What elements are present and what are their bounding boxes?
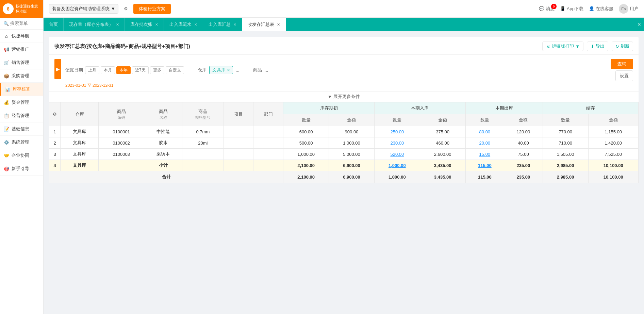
query-button[interactable]: 查询 [611,59,633,69]
sidebar-item-marketing[interactable]: 📢 营销推广 [0,43,43,56]
table-row: 4文具库小计2,100.006,900.001,000.003,435.0011… [49,160,639,171]
col-goods-spec: 商品规格型号 [182,102,224,126]
main-card: 收发存汇总表(按仓库+商品编码+商品+规格型号+项目+部门) 🖨 拆镶版打印 ▼… [49,37,639,183]
app-download-btn[interactable]: 📱 App下载 [560,6,583,12]
tab-close-inventory-dist[interactable]: ✕ [116,22,119,27]
sidebar-item-quick-nav[interactable]: ⌂ 快捷导航 [0,30,43,43]
filter-toggle-btn[interactable]: ▶ [54,59,61,79]
row-out-qty[interactable]: 115.00 [465,160,504,171]
row-goods-spec: 0.7mm [182,126,224,137]
row-close-amt: 1,420.00 [588,137,638,149]
gear-icon[interactable]: ⚙ [122,5,129,13]
row-in-qty[interactable]: 1,000.00 [374,160,420,171]
date-btn-more[interactable]: 更多 [150,66,164,74]
export-btn[interactable]: ⬇ 导出 [587,42,608,51]
row-goods-spec: 20ml [182,137,224,149]
row-out-amt: 120.00 [504,126,543,137]
date-btn-custom[interactable]: 自定义 [166,66,184,74]
phone-icon: 📱 [560,6,565,11]
footer-close-amt: 10,100.00 [588,171,638,183]
row-in-qty[interactable]: 230.00 [374,137,420,149]
row-close-qty: 2,985.00 [543,160,588,171]
footer-out-amt: 235.00 [504,171,543,183]
tab-bar: 首页 现存量（库存分布表） ✕ 库存批次账 ✕ 出入库流水 ✕ 出入库汇总 ✕ … [44,18,644,31]
footer-close-qty: 2,985.00 [543,171,588,183]
row-warehouse: 文具库 [61,137,99,149]
tab-close-inout-summary[interactable]: ✕ [233,22,236,27]
sidebar-item-system[interactable]: ⚙️ 系统管理 [0,136,43,149]
user-menu[interactable]: Ea 用户 [619,4,639,14]
row-dept [253,160,283,171]
experience-btn[interactable]: 体验行业方案 [133,4,171,14]
col-close-qty: 数量 [543,114,588,126]
system-selector[interactable]: 装备及固定资产辅助管理系统 ▼ [49,4,118,14]
row-close-qty: 1,505.00 [543,149,588,160]
sidebar-item-basic[interactable]: 📝 基础信息 [0,122,43,136]
col-warehouse: 仓库 [61,102,99,126]
footer-in-qty: 1,000.00 [374,171,420,183]
expand-filter-row[interactable]: ▼ 展开更多条件 [49,92,639,102]
row-goods-name: 采访本 [144,149,182,160]
date-btn-last-month[interactable]: 上月 [85,66,99,74]
warehouse-tag-close[interactable]: ✕ [227,68,230,72]
row-goods-name: 中性笔 [144,126,182,137]
message-btn[interactable]: 💬 消息 6 [539,6,555,12]
sidebar-item-purchase[interactable]: 📦 采购管理 [0,69,43,83]
footer-open-amt: 6,900.00 [329,171,375,183]
search-menu[interactable]: 🔍 搜索菜单 [0,18,43,30]
row-in-qty[interactable]: 250.00 [374,126,420,137]
date-btn-this-month[interactable]: 本月 [101,66,115,74]
tab-home[interactable]: 首页 [44,18,64,31]
sidebar-item-sales[interactable]: 🛒 销售管理 [0,56,43,69]
message-icon: 💬 [539,6,544,11]
tab-bar-close-icon[interactable]: ✕ [637,22,641,27]
tab-inout-flow[interactable]: 出入库流水 ✕ [164,18,203,31]
warehouse-filter: 仓库 文具库 ✕ ... [198,66,240,74]
operations-icon: 📋 [3,113,10,119]
row-out-amt: 40.00 [504,137,543,149]
date-btn-this-year[interactable]: 本年 [116,66,131,74]
footer-row: 合计 2,100.00 6,900.00 1,000.00 3,435.00 1… [49,171,639,183]
finance-icon: 💰 [3,99,10,105]
settings-button[interactable]: 设置 [615,70,633,81]
online-support-btn[interactable]: 👤 在线客服 [589,6,613,12]
system-icon: ⚙️ [3,139,10,145]
refresh-btn[interactable]: ↻ 刷新 [612,42,633,51]
sidebar-item-inventory[interactable]: 📊 库存核算 [0,83,43,96]
support-icon: 👤 [589,6,594,11]
tab-inout-summary[interactable]: 出入库汇总 ✕ [203,18,242,31]
row-out-qty[interactable]: 80.00 [465,126,504,137]
tab-close-batch[interactable]: ✕ [155,22,158,27]
row-open-amt: 5,000.00 [329,149,375,160]
sidebar-item-operations[interactable]: 📋 经营管理 [0,109,43,122]
tab-batch[interactable]: 库存批次账 ✕ [125,18,164,31]
row-project [224,149,253,160]
row-in-qty[interactable]: 520.00 [374,149,420,160]
row-no: 2 [49,137,61,149]
tab-recv-send[interactable]: 收发存汇总表 ✕ [242,18,286,31]
row-goods-code: 0100002 [99,137,144,149]
col-out-amt: 金额 [504,114,543,126]
row-dept [253,149,283,160]
row-project [224,126,253,137]
main-area: 装备及固定资产辅助管理系统 ▼ ⚙ 体验行业方案 💬 消息 6 📱 App下载 … [44,0,644,314]
warehouse-more[interactable]: ... [236,68,240,73]
tab-close-recv-send[interactable]: ✕ [277,22,280,27]
print-btn[interactable]: 🖨 拆镶版打印 ▼ [542,42,583,51]
tab-close-inout-flow[interactable]: ✕ [194,22,197,27]
row-out-qty[interactable]: 20.00 [465,137,504,149]
goods-more[interactable]: ... [265,68,268,73]
page-content: 收发存汇总表(按仓库+商品编码+商品+规格型号+项目+部门) 🖨 拆镶版打印 ▼… [44,31,644,314]
row-project [224,137,253,149]
sidebar-item-finance[interactable]: 💰 资金管理 [0,96,43,109]
sidebar-item-enterprise[interactable]: 🤝 企业协同 [0,149,43,162]
tab-inventory-dist[interactable]: 现存量（库存分布表） ✕ [64,18,125,31]
enterprise-icon: 🤝 [3,152,10,159]
date-btn-7days[interactable]: 近7天 [132,66,149,74]
row-open-qty: 2,100.00 [283,160,329,171]
footer-out-qty: 115.00 [465,171,504,183]
row-out-qty[interactable]: 15.00 [465,149,504,160]
col-goods-name: 商品名称 [144,102,182,126]
sidebar-item-newbie[interactable]: 🎯 新手引导 [0,162,43,176]
col-settings[interactable]: ⚙ [49,102,61,126]
